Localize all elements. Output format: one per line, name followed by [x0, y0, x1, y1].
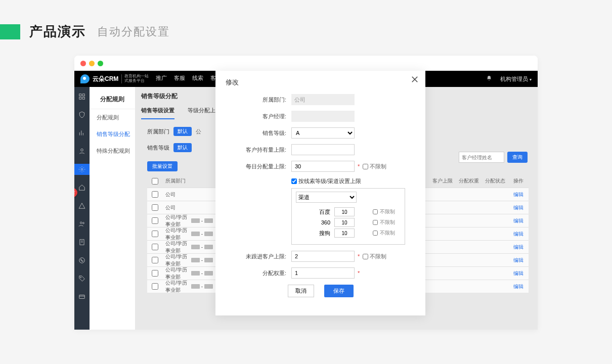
edit-link[interactable]: 编辑 — [513, 205, 523, 210]
channel-unlimited-checkbox[interactable] — [373, 209, 378, 214]
icon-tag[interactable] — [74, 273, 90, 284]
icon-shield[interactable] — [74, 109, 90, 120]
input-weight[interactable] — [291, 267, 355, 279]
svg-point-9 — [79, 258, 85, 263]
svg-point-10 — [80, 277, 81, 278]
label-hold-limit: 客户持有量上限: — [226, 146, 291, 154]
svg-point-5 — [81, 168, 83, 170]
edit-link[interactable]: 编辑 — [513, 257, 523, 263]
side-item-rules[interactable]: 分配规则 — [90, 109, 135, 126]
filter-level-tag[interactable]: 默认 — [173, 143, 192, 152]
cell-dept: 公司/学历事业部 - — [162, 214, 213, 228]
user-menu[interactable]: 机构管理员▾ — [500, 75, 532, 83]
icon-user[interactable] — [74, 146, 90, 157]
row-checkbox[interactable] — [152, 283, 158, 290]
channel-value-input[interactable] — [334, 218, 355, 227]
nav-lead[interactable]: 线索 — [192, 74, 203, 83]
channel-limit-checkbox[interactable] — [291, 178, 297, 184]
page-header: 产品演示 自动分配设置 — [0, 0, 612, 56]
input-manager — [291, 111, 355, 122]
icon-chart[interactable] — [74, 127, 90, 139]
cell-dept: 公司/学历事业部 - — [162, 253, 213, 267]
side-item-sales-level[interactable]: 销售等级分配 — [90, 126, 135, 143]
tab-level-setting[interactable]: 销售等级设置 — [141, 107, 174, 119]
row-checkbox[interactable] — [152, 191, 158, 198]
nav-service[interactable]: 客服 — [174, 74, 185, 83]
select-all-checkbox[interactable] — [152, 178, 158, 185]
green-accent-block — [0, 24, 20, 39]
channel-value-input[interactable] — [334, 229, 355, 238]
col-status: 分配状态 — [482, 177, 508, 185]
input-daily-limit[interactable] — [291, 161, 355, 172]
edit-link[interactable]: 编辑 — [513, 284, 523, 289]
app-screenshot: 云朵CRM 教育机构一站式服务平台 推广 客服 线索 客户 公海 电话 报名 数… — [74, 56, 538, 330]
icon-card[interactable] — [74, 291, 90, 302]
input-unfollow-limit[interactable] — [291, 251, 355, 262]
chevron-down-icon: ▾ — [530, 77, 532, 82]
select-level[interactable]: A — [291, 127, 355, 139]
row-checkbox[interactable] — [152, 204, 158, 211]
row-checkbox[interactable] — [152, 217, 158, 224]
minimize-dot[interactable] — [89, 61, 95, 66]
close-dot[interactable] — [80, 61, 86, 66]
label-manager: 客户经理: — [226, 113, 291, 120]
batch-set-button[interactable]: 批量设置 — [147, 161, 178, 171]
channel-row: 搜狗 不限制 — [296, 229, 401, 238]
icon-grid[interactable] — [74, 91, 90, 102]
label-weight: 分配权重: — [226, 269, 291, 277]
channel-unlimited-checkbox[interactable] — [373, 220, 378, 225]
icon-doc[interactable] — [74, 237, 90, 248]
daily-unlimited-checkbox[interactable] — [363, 164, 368, 169]
label-level: 销售等级: — [226, 129, 291, 137]
channel-row: 360 不限制 — [296, 218, 401, 227]
channel-name: 搜狗 — [308, 230, 330, 237]
save-button[interactable]: 保存 — [324, 285, 354, 297]
channel-check: 按线索等级/渠道设置上限 — [291, 177, 361, 185]
edit-link[interactable]: 编辑 — [513, 231, 523, 237]
cell-dept: 公司/学历事业部 - — [162, 227, 213, 241]
icon-settings[interactable] — [74, 164, 90, 175]
bell-icon[interactable] — [486, 75, 492, 82]
filter-dept-tag[interactable]: 默认 — [173, 127, 192, 136]
label-dept: 所属部门: — [226, 96, 291, 104]
channel-unlimited-checkbox[interactable] — [373, 231, 378, 236]
nav-promote[interactable]: 推广 — [156, 74, 167, 83]
edit-link[interactable]: 编辑 — [513, 270, 523, 276]
col-op: 操作 — [508, 177, 529, 185]
side-panel-title: 分配规则 — [90, 92, 135, 109]
window-chrome — [74, 56, 538, 71]
svg-rect-3 — [82, 97, 84, 99]
svg-rect-1 — [82, 94, 84, 96]
maximize-dot[interactable] — [98, 61, 103, 66]
search-input[interactable] — [459, 152, 504, 163]
close-icon[interactable] — [410, 75, 419, 86]
logo-text: 云朵CRM — [93, 75, 118, 83]
icon-people[interactable] — [74, 218, 90, 230]
edit-link[interactable]: 编辑 — [513, 244, 523, 250]
svg-point-4 — [81, 149, 83, 151]
edit-link[interactable]: 编辑 — [513, 192, 523, 197]
cell-dept: 公司/学历事业部 - — [162, 280, 213, 294]
svg-rect-0 — [79, 94, 81, 96]
label-daily-limit: 每日分配量上限: — [226, 163, 291, 170]
icon-warning[interactable] — [74, 200, 90, 211]
row-checkbox[interactable] — [152, 244, 158, 250]
row-checkbox[interactable] — [152, 257, 158, 263]
channel-limit-box: 渠道 百度 不限制 360 不限制 搜狗 不限制 — [291, 188, 405, 245]
logo: 云朵CRM 教育机构一站式服务平台 — [80, 74, 149, 83]
channel-value-input[interactable] — [334, 207, 355, 216]
search-button[interactable]: 查询 — [507, 152, 528, 163]
unfollow-unlimited-checkbox[interactable] — [363, 254, 368, 259]
row-checkbox[interactable] — [152, 231, 158, 237]
channel-row: 百度 不限制 — [296, 207, 401, 216]
input-hold-limit[interactable] — [291, 144, 355, 155]
cancel-button[interactable]: 取消 — [288, 285, 314, 297]
side-item-special[interactable]: 特殊分配规则 — [90, 143, 135, 159]
required-star: * — [358, 163, 360, 169]
svg-point-6 — [80, 222, 82, 224]
edit-link[interactable]: 编辑 — [513, 218, 523, 223]
row-checkbox[interactable] — [152, 270, 158, 277]
icon-phone[interactable] — [74, 255, 90, 266]
channel-type-select[interactable]: 渠道 — [296, 192, 357, 203]
filter-dept-label: 所属部门 — [147, 128, 169, 135]
